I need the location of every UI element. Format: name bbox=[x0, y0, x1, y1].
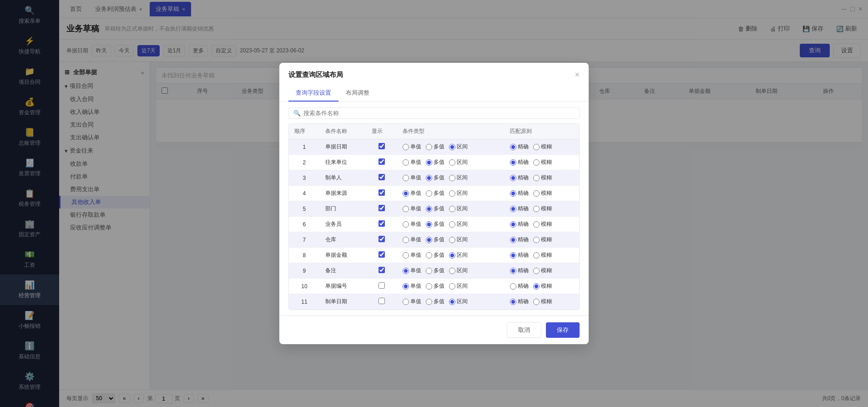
modal-search-input[interactable] bbox=[303, 110, 575, 117]
radio-multi-input-9[interactable] bbox=[426, 268, 432, 274]
radio-exact-11[interactable]: 精确 bbox=[510, 298, 529, 305]
radio-range-input-11[interactable] bbox=[449, 299, 455, 305]
display-checkbox-8[interactable] bbox=[378, 251, 385, 258]
radio-range-input-6[interactable] bbox=[449, 221, 455, 228]
radio-fuzzy-input-10[interactable] bbox=[533, 283, 540, 290]
radio-range-8[interactable]: 区间 bbox=[449, 251, 468, 259]
radio-single-9[interactable]: 单值 bbox=[403, 267, 421, 275]
radio-single-4[interactable]: 单值 bbox=[403, 189, 421, 197]
modal-save-button[interactable]: 保存 bbox=[546, 322, 580, 338]
radio-range-4[interactable]: 区间 bbox=[449, 189, 468, 197]
radio-multi-input-5[interactable] bbox=[426, 206, 432, 212]
modal-cell-display[interactable] bbox=[366, 217, 397, 232]
radio-single-input-8[interactable] bbox=[403, 252, 409, 259]
radio-exact-input-11[interactable] bbox=[510, 299, 516, 305]
radio-single-input-4[interactable] bbox=[403, 190, 409, 197]
radio-range-input-8[interactable] bbox=[449, 252, 455, 259]
radio-multi-9[interactable]: 多值 bbox=[426, 267, 444, 275]
display-checkbox-6[interactable] bbox=[378, 220, 385, 227]
radio-single-input-1[interactable] bbox=[403, 144, 409, 150]
radio-fuzzy-11[interactable]: 模糊 bbox=[533, 298, 552, 305]
radio-exact-input-10[interactable] bbox=[510, 283, 516, 290]
radio-range-3[interactable]: 区间 bbox=[449, 174, 468, 182]
radio-single-input-11[interactable] bbox=[403, 299, 409, 305]
modal-close-icon[interactable]: × bbox=[575, 70, 580, 80]
radio-fuzzy-input-2[interactable] bbox=[533, 159, 540, 166]
radio-single-3[interactable]: 单值 bbox=[403, 174, 421, 182]
radio-fuzzy-3[interactable]: 模糊 bbox=[533, 174, 552, 182]
display-checkbox-2[interactable] bbox=[378, 158, 385, 165]
radio-multi-4[interactable]: 多值 bbox=[426, 189, 444, 197]
radio-multi-10[interactable]: 多值 bbox=[426, 282, 444, 290]
radio-single-10[interactable]: 单值 bbox=[403, 282, 421, 290]
radio-single-2[interactable]: 单值 bbox=[403, 158, 421, 166]
radio-multi-8[interactable]: 多值 bbox=[426, 251, 444, 259]
radio-multi-input-10[interactable] bbox=[426, 283, 432, 290]
display-checkbox-4[interactable] bbox=[378, 189, 385, 196]
radio-fuzzy-input-4[interactable] bbox=[533, 190, 540, 197]
radio-single-8[interactable]: 单值 bbox=[403, 251, 421, 259]
cancel-button[interactable]: 取消 bbox=[507, 322, 541, 338]
radio-range-input-10[interactable] bbox=[449, 283, 455, 290]
radio-range-5[interactable]: 区间 bbox=[449, 205, 468, 213]
modal-cell-display[interactable] bbox=[366, 186, 397, 201]
radio-range-7[interactable]: 区间 bbox=[449, 236, 468, 244]
radio-single-7[interactable]: 单值 bbox=[403, 236, 421, 244]
radio-fuzzy-8[interactable]: 模糊 bbox=[533, 251, 552, 259]
radio-single-input-3[interactable] bbox=[403, 175, 409, 181]
radio-range-input-2[interactable] bbox=[449, 159, 455, 166]
radio-multi-2[interactable]: 多值 bbox=[426, 158, 444, 166]
modal-cell-display[interactable] bbox=[366, 201, 397, 217]
modal-cell-display[interactable] bbox=[366, 232, 397, 248]
modal-tab-query-fields[interactable]: 查询字段设置 bbox=[288, 85, 338, 102]
modal-cell-display[interactable] bbox=[366, 263, 397, 279]
radio-fuzzy-input-5[interactable] bbox=[533, 206, 540, 212]
radio-range-9[interactable]: 区间 bbox=[449, 267, 468, 275]
radio-exact-input-6[interactable] bbox=[510, 221, 516, 228]
radio-multi-input-2[interactable] bbox=[426, 159, 432, 166]
radio-fuzzy-2[interactable]: 模糊 bbox=[533, 158, 552, 166]
radio-fuzzy-9[interactable]: 模糊 bbox=[533, 267, 552, 275]
radio-single-input-7[interactable] bbox=[403, 237, 409, 243]
radio-multi-input-3[interactable] bbox=[426, 175, 432, 181]
radio-range-6[interactable]: 区间 bbox=[449, 220, 468, 228]
radio-fuzzy-input-6[interactable] bbox=[533, 221, 540, 228]
modal-cell-display[interactable] bbox=[366, 155, 397, 170]
radio-range-input-5[interactable] bbox=[449, 206, 455, 212]
radio-exact-input-5[interactable] bbox=[510, 206, 516, 212]
radio-exact-input-8[interactable] bbox=[510, 252, 516, 259]
modal-cell-display[interactable] bbox=[366, 279, 397, 294]
radio-single-5[interactable]: 单值 bbox=[403, 205, 421, 213]
radio-fuzzy-input-11[interactable] bbox=[533, 299, 540, 305]
display-checkbox-1[interactable] bbox=[378, 143, 385, 149]
radio-single-input-2[interactable] bbox=[403, 159, 409, 166]
radio-exact-7[interactable]: 精确 bbox=[510, 236, 529, 244]
radio-exact-input-3[interactable] bbox=[510, 175, 516, 181]
display-checkbox-9[interactable] bbox=[378, 267, 385, 273]
radio-exact-input-2[interactable] bbox=[510, 159, 516, 166]
radio-fuzzy-1[interactable]: 模糊 bbox=[533, 143, 552, 151]
radio-exact-input-9[interactable] bbox=[510, 268, 516, 274]
radio-single-input-10[interactable] bbox=[403, 283, 409, 290]
radio-range-2[interactable]: 区间 bbox=[449, 158, 468, 166]
radio-single-input-9[interactable] bbox=[403, 268, 409, 274]
radio-exact-2[interactable]: 精确 bbox=[510, 158, 529, 166]
radio-fuzzy-5[interactable]: 模糊 bbox=[533, 205, 552, 213]
modal-table-wrap[interactable]: 顺序 条件名称 显示 条件类型 匹配原则 1 单据日期 单值 bbox=[288, 123, 580, 310]
radio-range-11[interactable]: 区间 bbox=[449, 298, 468, 305]
radio-fuzzy-4[interactable]: 模糊 bbox=[533, 189, 552, 197]
radio-multi-input-7[interactable] bbox=[426, 237, 432, 243]
radio-multi-input-11[interactable] bbox=[426, 299, 432, 305]
radio-exact-4[interactable]: 精确 bbox=[510, 189, 529, 197]
radio-fuzzy-6[interactable]: 模糊 bbox=[533, 220, 552, 228]
radio-multi-7[interactable]: 多值 bbox=[426, 236, 444, 244]
radio-multi-3[interactable]: 多值 bbox=[426, 174, 444, 182]
radio-exact-input-7[interactable] bbox=[510, 237, 516, 243]
radio-fuzzy-input-1[interactable] bbox=[533, 144, 540, 150]
radio-range-input-9[interactable] bbox=[449, 268, 455, 274]
radio-range-input-4[interactable] bbox=[449, 190, 455, 197]
radio-range-input-1[interactable] bbox=[449, 144, 455, 150]
radio-multi-1[interactable]: 多值 bbox=[426, 143, 444, 151]
radio-single-6[interactable]: 单值 bbox=[403, 220, 421, 228]
radio-exact-input-1[interactable] bbox=[510, 144, 516, 150]
